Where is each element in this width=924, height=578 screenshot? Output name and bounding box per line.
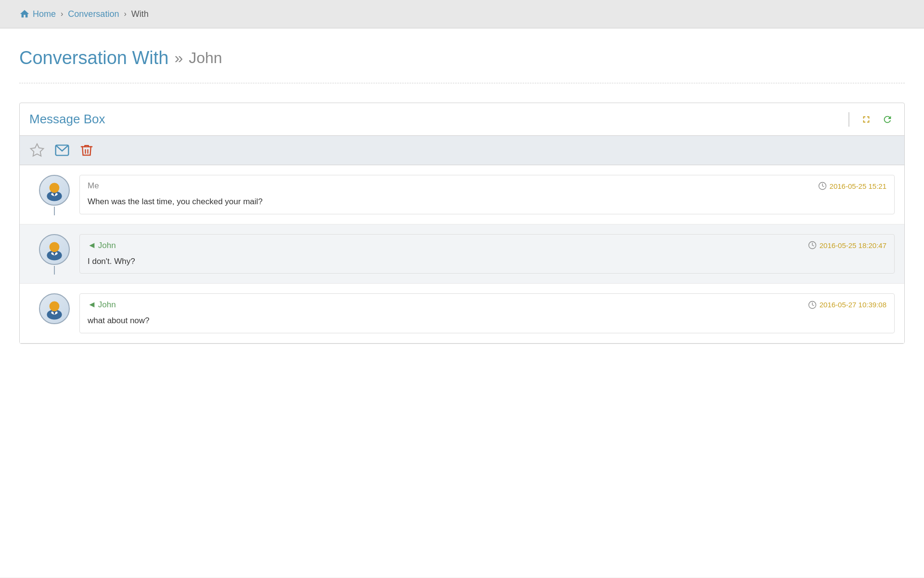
message-box-title: Message Box xyxy=(29,112,105,127)
clock-icon-3 xyxy=(808,301,817,309)
message-timestamp-3: 2016-05-27 10:39:08 xyxy=(808,301,886,309)
refresh-button[interactable] xyxy=(880,112,895,127)
arrow-icon-2: ◄ xyxy=(88,240,96,250)
svg-point-9 xyxy=(50,301,60,311)
breadcrumb-bar: Home › Conversation › With xyxy=(0,0,924,28)
breadcrumb-home-link[interactable]: Home xyxy=(19,9,56,19)
breadcrumb-separator-2: › xyxy=(124,10,126,18)
avatar-1 xyxy=(39,175,70,206)
clock-icon-2 xyxy=(808,241,817,250)
clock-icon-1 xyxy=(818,182,827,190)
messages-list: Me 2016-05-25 15:21 When was the last ti… xyxy=(20,165,904,343)
timestamp-text-3: 2016-05-27 10:39:08 xyxy=(820,301,886,309)
expand-button[interactable] xyxy=(859,112,873,127)
message-sender-2: ◄John xyxy=(88,240,116,250)
trash-icon xyxy=(79,143,94,158)
svg-point-3 xyxy=(50,183,60,193)
timestamp-text-2: 2016-05-25 18:20:47 xyxy=(820,241,886,250)
page-content: Conversation With » John Message Box xyxy=(0,28,924,578)
message-bubble-1: Me 2016-05-25 15:21 When was the last ti… xyxy=(79,175,895,214)
message-bubble-3: ◄John 2016-05-27 10:39:08 what about now… xyxy=(79,293,895,333)
person-icon-1 xyxy=(42,178,67,203)
svg-marker-0 xyxy=(31,144,44,156)
timeline-line-1 xyxy=(54,207,55,215)
refresh-icon xyxy=(882,114,893,125)
arrow-icon-3: ◄ xyxy=(88,300,96,309)
message-item: ◄John 2016-05-27 10:39:08 what about now… xyxy=(20,284,904,343)
message-box-actions xyxy=(848,112,895,127)
message-timestamp-1: 2016-05-25 15:21 xyxy=(818,182,886,190)
delete-button[interactable] xyxy=(79,143,94,158)
page-title-main: Conversation With xyxy=(19,48,168,68)
message-timestamp-2: 2016-05-25 18:20:47 xyxy=(808,241,886,250)
breadcrumb-home-label: Home xyxy=(33,9,56,19)
expand-icon xyxy=(861,114,872,125)
message-meta-3: ◄John 2016-05-27 10:39:08 xyxy=(88,300,886,310)
avatar-wrap-1 xyxy=(39,175,70,206)
breadcrumb-separator-1: › xyxy=(61,10,63,18)
message-box-section: Message Box xyxy=(19,103,905,344)
avatar-2 xyxy=(39,234,70,265)
message-meta-2: ◄John 2016-05-25 18:20:47 xyxy=(88,240,886,250)
mail-button[interactable] xyxy=(54,143,70,158)
page-title-block: Conversation With » John xyxy=(19,48,905,68)
breadcrumb-conversation-link[interactable]: Conversation xyxy=(68,9,119,19)
breadcrumb-with-label: With xyxy=(131,9,149,19)
page-title-name: John xyxy=(189,49,222,67)
person-icon-3 xyxy=(42,296,67,321)
page-title-separator: » xyxy=(174,49,183,67)
avatar-wrap-3 xyxy=(39,293,70,324)
mail-icon xyxy=(54,143,70,158)
star-icon xyxy=(29,143,45,158)
message-sender-1: Me xyxy=(88,181,99,191)
person-icon-2 xyxy=(42,237,67,262)
message-bubble-2: ◄John 2016-05-25 18:20:47 I don't. Why? xyxy=(79,234,895,274)
home-icon xyxy=(19,9,30,19)
message-sender-3: ◄John xyxy=(88,300,116,310)
title-divider xyxy=(19,83,905,83)
avatar-3 xyxy=(39,293,70,324)
message-item: ◄John 2016-05-25 18:20:47 I don't. Why? xyxy=(20,224,904,284)
svg-point-6 xyxy=(50,242,60,252)
message-item: Me 2016-05-25 15:21 When was the last ti… xyxy=(20,165,904,224)
message-box-header: Message Box xyxy=(20,103,904,136)
timestamp-text-1: 2016-05-25 15:21 xyxy=(830,182,886,190)
message-text-2: I don't. Why? xyxy=(88,255,886,268)
message-text-1: When was the last time, you checked your… xyxy=(88,196,886,208)
timeline-line-2 xyxy=(54,266,55,275)
star-button[interactable] xyxy=(29,143,45,158)
message-toolbar xyxy=(20,136,904,165)
message-meta-1: Me 2016-05-25 15:21 xyxy=(88,181,886,191)
avatar-wrap-2 xyxy=(39,234,70,265)
message-text-3: what about now? xyxy=(88,315,886,327)
